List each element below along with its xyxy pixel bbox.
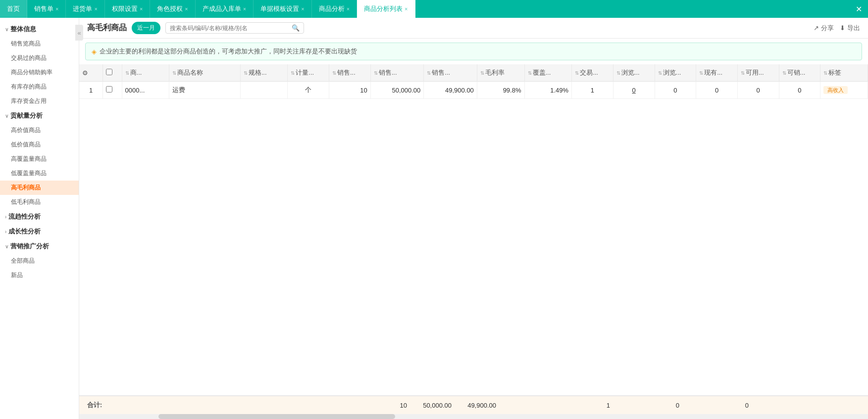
- col-header-12[interactable]: ⇅浏览...: [613, 64, 655, 82]
- sidebar-item-0-4[interactable]: 库存资金占用: [0, 94, 79, 108]
- nav-close-3[interactable]: ×: [140, 6, 143, 12]
- sort-icon-14: ⇅: [699, 70, 703, 76]
- sidebar-section-0[interactable]: ∨整体信息: [0, 22, 79, 37]
- sort-icon-6: ⇅: [332, 70, 336, 76]
- nav-item-3[interactable]: 权限设置 ×: [105, 0, 150, 18]
- sidebar-item-1-0[interactable]: 高价值商品: [0, 123, 79, 138]
- sort-icon-9: ⇅: [480, 70, 484, 76]
- sidebar-item-4-0[interactable]: 全部商品: [0, 254, 79, 268]
- close-all-button[interactable]: ✕: [850, 4, 868, 14]
- section-arrow-4: ∨: [5, 244, 8, 249]
- sidebar-item-0-1[interactable]: 交易过的商品: [0, 51, 79, 65]
- col-header-13[interactable]: ⇅浏览...: [655, 64, 696, 82]
- col-header-3[interactable]: ⇅商品名称: [169, 64, 240, 82]
- nav-item-6[interactable]: 单据模板设置 ×: [254, 0, 311, 18]
- footer-cell-0: [147, 402, 186, 409]
- col-header-7[interactable]: ⇅销售...: [370, 64, 424, 82]
- cell-0-12[interactable]: 0: [613, 82, 655, 99]
- cell-0-6: 10: [329, 82, 370, 99]
- header-actions: ↗ 分享 ⬇ 导出: [814, 24, 860, 33]
- settings-icon[interactable]: ⚙: [82, 69, 88, 77]
- row-checkbox-0[interactable]: [106, 86, 112, 93]
- footer-cell-12: [613, 402, 648, 409]
- footer-cell-7: 50,000.00: [410, 402, 455, 409]
- sidebar-section-3[interactable]: ›成长性分析: [0, 224, 79, 239]
- nav-item-5[interactable]: 产成品入库单 ×: [196, 0, 254, 18]
- footer-cells: 1050,000.0049,900.00100: [147, 402, 860, 409]
- footer-cell-2: [202, 402, 242, 409]
- col-header-17[interactable]: ⇅标签: [820, 64, 868, 82]
- footer-cell-16: [752, 402, 786, 409]
- footer-cell-1: [186, 402, 202, 409]
- sort-icon-5: ⇅: [291, 70, 295, 76]
- sidebar-item-0-3[interactable]: 有库存的商品: [0, 80, 79, 94]
- col-header-5[interactable]: ⇅计量...: [288, 64, 329, 82]
- nav-close-4[interactable]: ×: [185, 6, 188, 12]
- nav-item-2[interactable]: 进货单 ×: [66, 0, 104, 18]
- page-title: 高毛利商品: [87, 23, 127, 33]
- section-arrow-3: ›: [5, 229, 6, 234]
- section-label-0: 整体信息: [10, 25, 36, 34]
- footer-cell-11: 1: [578, 402, 613, 409]
- sidebar-collapse-button[interactable]: «: [75, 25, 83, 41]
- section-arrow-0: ∨: [5, 27, 8, 32]
- sidebar-item-1-1[interactable]: 低价值商品: [0, 138, 79, 152]
- col-header-6[interactable]: ⇅销售...: [329, 64, 370, 82]
- col-header-10[interactable]: ⇅覆盖...: [524, 64, 572, 82]
- filter-recent-month-button[interactable]: 近一月: [132, 22, 160, 34]
- nav-item-1[interactable]: 销售单 ×: [27, 0, 66, 18]
- sort-icon-8: ⇅: [427, 70, 431, 76]
- col-header-14[interactable]: ⇅现有...: [696, 64, 738, 82]
- sidebar-item-1-2[interactable]: 高覆盖量商品: [0, 152, 79, 166]
- search-input[interactable]: [170, 25, 292, 32]
- sidebar-item-1-4[interactable]: 高毛利商品: [0, 181, 79, 195]
- search-icon[interactable]: 🔍: [292, 24, 300, 32]
- col-header-1[interactable]: [103, 64, 122, 82]
- nav-item-4[interactable]: 角色授权 ×: [150, 0, 195, 18]
- tag-badge: 高收入: [823, 86, 848, 94]
- col-header-8[interactable]: ⇅销售...: [424, 64, 477, 82]
- sidebar: ∨整体信息销售览商品交易过的商品商品分销助购率有库存的商品库存资金占用∨贡献量分…: [0, 18, 79, 419]
- select-all-checkbox[interactable]: [106, 69, 112, 75]
- col-header-2[interactable]: ⇅商...: [122, 64, 169, 82]
- nav-close-5[interactable]: ×: [243, 6, 246, 12]
- sidebar-section-1[interactable]: ∨贡献量分析: [0, 108, 79, 123]
- sidebar-section-2[interactable]: ›流趋性分析: [0, 209, 79, 224]
- nav-item-0[interactable]: 首页: [0, 0, 27, 18]
- col-header-11[interactable]: ⇅交易...: [572, 64, 613, 82]
- footer-cell-13: 0: [648, 402, 682, 409]
- col-header-15[interactable]: ⇅可用...: [737, 64, 779, 82]
- nav-close-6[interactable]: ×: [301, 6, 304, 12]
- nav-close-7[interactable]: ×: [347, 6, 350, 12]
- export-button[interactable]: ⬇ 导出: [840, 24, 860, 33]
- sort-icon-11: ⇅: [575, 70, 579, 76]
- share-button[interactable]: ↗ 分享: [814, 24, 834, 33]
- browse-link-0[interactable]: 0: [632, 87, 636, 94]
- info-icon: ◈: [92, 48, 97, 55]
- sidebar-item-1-3[interactable]: 低覆盖量商品: [0, 166, 79, 181]
- cell-0-1[interactable]: [103, 82, 122, 99]
- nav-close-8[interactable]: ×: [405, 6, 408, 12]
- cell-0-4: [240, 82, 288, 99]
- nav-close-2[interactable]: ×: [94, 6, 97, 12]
- sidebar-item-0-2[interactable]: 商品分销助购率: [0, 65, 79, 80]
- main-content: 高毛利商品 近一月 🔍 ↗ 分享 ⬇ 导出 ◈ 企业的主要的利润都是这部分商品创…: [79, 18, 868, 419]
- sidebar-item-4-1[interactable]: 新品: [0, 268, 79, 282]
- col-header-16[interactable]: ⇅可销...: [779, 64, 820, 82]
- footer-cell-8: 49,900.00: [455, 402, 499, 409]
- cell-0-11: 1: [572, 82, 613, 99]
- col-header-4[interactable]: ⇅规格...: [240, 64, 288, 82]
- sort-icon-17: ⇅: [823, 70, 827, 76]
- sidebar-section-4[interactable]: ∨营销推广分析: [0, 239, 79, 254]
- cell-0-8: 49,900.00: [424, 82, 477, 99]
- col-header-9[interactable]: ⇅毛利率: [477, 64, 524, 82]
- section-arrow-2: ›: [5, 214, 6, 220]
- nav-item-8[interactable]: 商品分析列表 ×: [357, 0, 415, 18]
- nav-item-7[interactable]: 商品分析 ×: [312, 0, 357, 18]
- horizontal-scrollbar[interactable]: [79, 414, 868, 419]
- sidebar-item-0-0[interactable]: 销售览商品: [0, 37, 79, 51]
- cell-0-14: 0: [696, 82, 738, 99]
- nav-close-1[interactable]: ×: [55, 6, 58, 12]
- sidebar-item-1-5[interactable]: 低毛利商品: [0, 195, 79, 209]
- col-header-0[interactable]: ⚙: [79, 64, 103, 82]
